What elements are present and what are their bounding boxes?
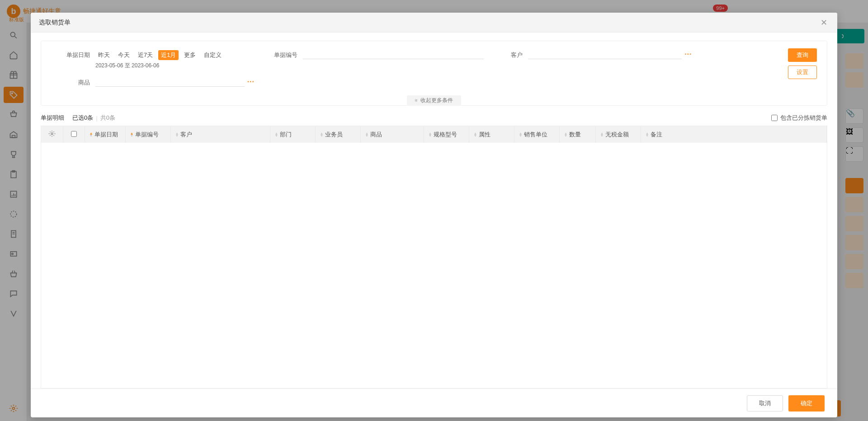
date-to: 2023-06-06 bbox=[132, 62, 159, 69]
customer-label: 客户 bbox=[511, 50, 523, 59]
product-input[interactable] bbox=[95, 78, 245, 87]
query-button[interactable]: 查询 bbox=[788, 48, 817, 62]
product-label: 商品 bbox=[54, 78, 90, 87]
collapse-filters-button[interactable]: 收起更多条件 bbox=[407, 95, 461, 106]
divider: | bbox=[96, 115, 97, 122]
ok-button[interactable]: 确定 bbox=[788, 395, 825, 412]
modal-title: 选取销货单 bbox=[39, 19, 71, 27]
filter-settings-button[interactable]: 设置 bbox=[788, 65, 817, 79]
selected-count: 已选0条 bbox=[72, 114, 93, 122]
modal-header: 选取销货单 ✕ bbox=[31, 13, 837, 33]
col-customer[interactable]: ▲▼客户 bbox=[170, 126, 270, 143]
modal-footer: 取消 确定 bbox=[31, 388, 837, 417]
col-attr[interactable]: ▲▼属性 bbox=[469, 126, 514, 143]
chip-7d[interactable]: 近7天 bbox=[135, 50, 156, 60]
cancel-button[interactable]: 取消 bbox=[747, 395, 783, 412]
product-picker-icon[interactable]: ··· bbox=[247, 78, 255, 86]
col-spec[interactable]: ▲▼规格型号 bbox=[424, 126, 469, 143]
select-all-checkbox[interactable] bbox=[71, 131, 77, 137]
col-unit[interactable]: ▲▼销售单位 bbox=[514, 126, 559, 143]
customer-picker-icon[interactable]: ··· bbox=[684, 50, 692, 58]
date-range-display: 2023-05-06 至 2023-06-06 bbox=[95, 62, 224, 70]
col-amount[interactable]: ▲▼无税金额 bbox=[595, 126, 641, 143]
select-sales-order-modal: 选取销货单 ✕ 查询 设置 单据日期 昨天 今天 近7天 近1月 bbox=[31, 13, 837, 417]
chip-more[interactable]: 更多 bbox=[181, 50, 198, 60]
close-icon[interactable]: ✕ bbox=[818, 17, 829, 28]
include-sorted-input[interactable] bbox=[771, 115, 778, 121]
customer-input[interactable] bbox=[528, 50, 682, 59]
chip-today[interactable]: 今天 bbox=[115, 50, 132, 60]
col-date[interactable]: ▲▼单据日期 bbox=[85, 126, 125, 143]
total-count: 共0条 bbox=[100, 114, 115, 122]
detail-table: ▲▼单据日期 ▲▼单据编号 ▲▼客户 ▲▼部门 ▲▼业务员 ▲▼商品 ▲▼规格型… bbox=[41, 126, 827, 388]
col-remark[interactable]: ▲▼备注 bbox=[641, 126, 827, 143]
col-dept[interactable]: ▲▼部门 bbox=[270, 126, 315, 143]
date-chip-group: 昨天 今天 近7天 近1月 更多 自定义 bbox=[95, 50, 224, 60]
chip-1m[interactable]: 近1月 bbox=[158, 50, 179, 60]
chip-yesterday[interactable]: 昨天 bbox=[95, 50, 113, 60]
date-sep: 至 bbox=[125, 62, 130, 69]
svg-point-12 bbox=[51, 133, 53, 135]
date-label: 单据日期 bbox=[54, 50, 90, 59]
docno-label: 单据编号 bbox=[274, 50, 297, 59]
collapse-label: 收起更多条件 bbox=[420, 97, 453, 103]
col-qty[interactable]: ▲▼数量 bbox=[559, 126, 595, 143]
include-sorted-label: 包含已分拣销货单 bbox=[780, 114, 827, 122]
col-docno[interactable]: ▲▼单据编号 bbox=[125, 126, 170, 143]
col-salesman[interactable]: ▲▼业务员 bbox=[315, 126, 360, 143]
docno-input[interactable] bbox=[303, 50, 484, 59]
detail-title: 单据明细 bbox=[41, 114, 64, 122]
include-sorted-checkbox[interactable]: 包含已分拣销货单 bbox=[771, 114, 827, 122]
chip-custom[interactable]: 自定义 bbox=[201, 50, 224, 60]
filter-panel: 查询 设置 单据日期 昨天 今天 近7天 近1月 更多 自定义 bbox=[41, 41, 827, 106]
col-product[interactable]: ▲▼商品 bbox=[360, 126, 424, 143]
column-settings-icon[interactable] bbox=[41, 126, 63, 143]
date-from: 2023-05-06 bbox=[95, 62, 123, 69]
